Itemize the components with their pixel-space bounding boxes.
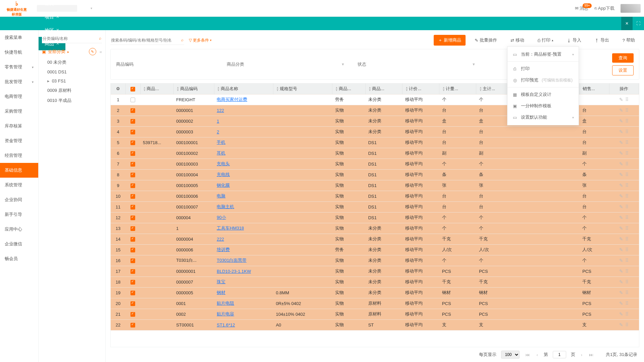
more-icon[interactable]: ⠿ xyxy=(625,97,629,102)
edit-icon[interactable]: ✎ xyxy=(619,129,623,134)
col-barcode[interactable]: ▲▼商品... xyxy=(140,83,173,94)
close-all-tabs-button[interactable]: ✕ xyxy=(621,17,633,30)
filter-code-input[interactable] xyxy=(146,64,213,65)
col-checkbox[interactable] xyxy=(125,83,140,94)
more-icon[interactable]: ⠿ xyxy=(625,183,629,188)
sidebar-item-4[interactable]: 电商管理 xyxy=(0,89,38,104)
product-name-link[interactable]: 充电头 xyxy=(217,161,230,166)
help-button[interactable]: ?帮助 xyxy=(618,35,639,46)
product-name-link[interactable]: 充电线 xyxy=(217,172,230,177)
more-icon[interactable]: ⠿ xyxy=(625,215,629,220)
more-icon[interactable]: ⠿ xyxy=(625,161,629,167)
import-button[interactable]: ⭳导入 xyxy=(562,35,586,46)
page-size-select[interactable]: 100 xyxy=(501,351,520,359)
col-settings[interactable]: ⚙ xyxy=(111,83,125,94)
search-icon[interactable]: ⌕ xyxy=(99,36,101,41)
sidebar-item-11[interactable]: 企业协同 xyxy=(0,192,38,207)
row-checkbox[interactable] xyxy=(130,269,135,274)
sidebar-item-6[interactable]: 库存核算 xyxy=(0,119,38,133)
sidebar-item-9[interactable]: 基础信息 xyxy=(0,163,38,178)
row-checkbox[interactable] xyxy=(130,205,135,209)
product-name-link[interactable]: 2 xyxy=(217,129,219,134)
edit-icon[interactable]: ✎ xyxy=(619,268,623,274)
row-checkbox[interactable] xyxy=(130,226,135,231)
app-download-button[interactable]: ⎋ App下载 xyxy=(594,5,614,11)
tree-root[interactable]: ▣ 全部分类 ▸ ✎ « xyxy=(39,46,105,57)
edit-icon[interactable]: ✎ xyxy=(619,108,623,113)
edit-icon[interactable]: ✎ xyxy=(619,204,623,209)
row-checkbox[interactable] xyxy=(130,108,135,113)
sidebar-item-13[interactable]: 应用中心 xyxy=(0,222,38,237)
product-name-link[interactable]: 贴片电阻 xyxy=(217,301,234,306)
table-row[interactable]: 131工具车HM318实物未分类移动平均个个个✎⠿ xyxy=(111,223,639,234)
table-row[interactable]: 150000006培训费劳务未分类移动平均人/次人/次人/次✎⠿ xyxy=(111,244,639,255)
close-icon[interactable]: ✕ xyxy=(56,10,59,23)
row-checkbox[interactable] xyxy=(130,183,135,188)
tab-0[interactable]: 首页 xyxy=(39,0,65,10)
sidebar-item-7[interactable]: 资金管理 xyxy=(0,133,38,148)
product-name-link[interactable]: 222 xyxy=(217,237,224,242)
product-name-link[interactable]: 工具车HM318 xyxy=(217,226,244,231)
dropdown-preview[interactable]: ◎打印预览 (可编辑当前模板) xyxy=(507,74,579,86)
edit-icon[interactable]: ✎ xyxy=(619,172,623,177)
edit-tree-button[interactable]: ✎ xyxy=(89,48,96,55)
edit-icon[interactable]: ✎ xyxy=(619,279,623,285)
prev-page-button[interactable]: ‹ xyxy=(535,352,539,357)
edit-icon[interactable]: ✎ xyxy=(619,161,623,167)
tree-node-1[interactable]: 0001 DS1 xyxy=(39,67,105,76)
more-icon[interactable]: ⠿ xyxy=(625,118,629,124)
edit-icon[interactable]: ✎ xyxy=(619,258,623,263)
row-checkbox[interactable] xyxy=(130,194,135,199)
row-checkbox[interactable] xyxy=(130,119,135,124)
table-row[interactable]: 8000100004充电线实物DS1移动平均条条条✎⠿ xyxy=(111,169,639,180)
edit-icon[interactable]: ✎ xyxy=(619,150,623,156)
product-name-link[interactable]: 电脑 xyxy=(217,193,225,198)
more-icon[interactable]: ⠿ xyxy=(625,311,629,317)
messages-button[interactable]: ✉ 消息 99+ xyxy=(575,5,588,11)
sidebar-item-3[interactable]: 批发管理▾ xyxy=(0,74,38,89)
edit-icon[interactable]: ✎ xyxy=(619,193,623,199)
col-spec[interactable]: ▲▼规格型号 xyxy=(273,83,332,94)
product-name-link[interactable]: 培训费 xyxy=(217,247,230,252)
main-search-input[interactable] xyxy=(110,36,184,45)
first-page-button[interactable]: ⏮ xyxy=(524,352,531,357)
row-checkbox[interactable] xyxy=(130,280,135,285)
sidebar-item-8[interactable]: 经营管理 xyxy=(0,148,38,163)
table-row[interactable]: 400000032实物未分类移动平均台台台✎⠿ xyxy=(111,126,639,137)
tree-node-2[interactable]: ▸ 03 FS1 xyxy=(39,76,105,85)
table-row[interactable]: 9000100005钢化膜实物DS1移动平均张张张✎⠿ xyxy=(111,180,639,191)
edit-icon[interactable]: ✎ xyxy=(619,311,623,317)
table-row[interactable]: 180000007珠宝实物未分类移动平均千克千克千克✎⠿ xyxy=(111,277,639,287)
chevron-down-icon[interactable]: ▾ xyxy=(91,6,92,10)
sidebar-item-1[interactable]: 快捷导航 xyxy=(0,45,38,60)
sidebar-item-10[interactable]: 系统管理 xyxy=(0,178,38,192)
more-icon[interactable]: ⠿ xyxy=(625,129,629,134)
dropdown-quick-template[interactable]: ▣一分钟制作模板 xyxy=(507,100,579,112)
move-button[interactable]: ⇄移动 xyxy=(506,35,529,46)
more-icon[interactable]: ⠿ xyxy=(625,290,629,295)
filter-status-select[interactable]: ▾ xyxy=(388,62,475,67)
sidebar-item-12[interactable]: 新手引导 xyxy=(0,207,38,222)
batch-ops-button[interactable]: ✎批量操作 xyxy=(470,35,501,46)
row-checkbox[interactable] xyxy=(130,162,135,167)
fullscreen-button[interactable]: ⛶ xyxy=(633,17,644,30)
product-name-link[interactable]: BLD10-23-1.1KW xyxy=(217,269,251,274)
more-icon[interactable]: ⠿ xyxy=(625,247,629,252)
col-pricing[interactable]: ▲▼计价... xyxy=(402,83,439,94)
search-icon[interactable]: ⌕ xyxy=(181,38,183,42)
table-row[interactable]: 140000004222实物未分类移动平均千克千克千克✎⠿ xyxy=(111,234,639,244)
tree-node-3[interactable]: 0009 原材料 xyxy=(39,85,105,96)
edit-icon[interactable]: ✎ xyxy=(619,301,623,306)
product-name-link[interactable]: 1 xyxy=(217,119,219,124)
col-type[interactable]: ▲▼商品... xyxy=(332,83,366,94)
row-checkbox[interactable] xyxy=(130,258,135,263)
more-icon[interactable]: ⠿ xyxy=(625,236,629,242)
row-checkbox[interactable] xyxy=(130,323,135,327)
user-avatar[interactable] xyxy=(621,4,641,13)
col-sale-unit[interactable]: 销售... xyxy=(580,83,609,94)
more-icon[interactable]: ⠿ xyxy=(625,140,629,145)
table-row[interactable]: 6000100002耳机实物DS1移动平均副副副✎⠿ xyxy=(111,148,639,159)
product-name-link[interactable]: 手机 xyxy=(217,140,225,145)
product-name-link[interactable]: ST1.6*12 xyxy=(217,322,235,327)
row-checkbox[interactable] xyxy=(130,140,135,145)
